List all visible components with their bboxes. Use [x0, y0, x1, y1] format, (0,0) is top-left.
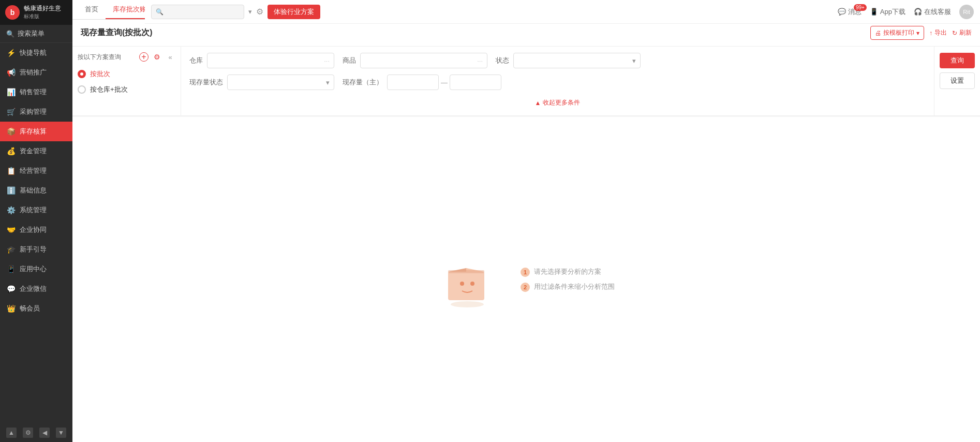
inventory-status-select[interactable]: ▾	[227, 75, 334, 90]
filter-warehouse: 仓库 ···	[189, 53, 334, 68]
scheme-item-label: 按批次	[90, 69, 110, 79]
sidebar-item-enterprise-wechat[interactable]: 💬 企业微信	[0, 279, 72, 299]
app-download-btn[interactable]: 📱 App下载	[870, 7, 905, 17]
top-bar: 🔍 ▾ ⚙ 体验行业方案 💬 消息 99+ 📱 App下载 🎧 在线客服	[145, 0, 980, 24]
inventory-icon: 📦	[6, 127, 16, 136]
sidebar-scroll-down[interactable]: ▼	[56, 428, 66, 438]
top-search-box[interactable]: 🔍	[151, 5, 244, 19]
filter-inventory-quantity: 现存量（主） —	[343, 75, 501, 90]
scheme-sidebar: 按以下方案查询 + ⚙ « 按批次 按仓库+批次	[72, 47, 181, 115]
inventory-status-dropdown-icon: ▾	[326, 79, 330, 86]
tab-home-label: 首页	[85, 5, 98, 14]
filter-status: 状态 ▾	[496, 53, 641, 68]
page-header-actions: 🖨 按模板打印 ▾ ↑ 导出 ↻ 刷新	[870, 26, 972, 40]
inventory-quantity-range: —	[387, 75, 501, 90]
scheme-add-btn[interactable]: +	[139, 52, 149, 62]
sidebar-item-inventory[interactable]: 📦 库存核算	[0, 122, 72, 141]
print-dropdown-icon: ▾	[916, 30, 919, 37]
sidebar-item-member[interactable]: 👑 畅会员	[0, 299, 72, 318]
app-download-label: App下载	[880, 7, 905, 17]
print-btn[interactable]: 🖨 按模板打印 ▾	[870, 26, 924, 40]
avatar: Rit	[959, 5, 974, 19]
sidebar-item-label: 经营管理	[20, 166, 47, 175]
top-bar-right: 💬 消息 99+ 📱 App下载 🎧 在线客服 Rit	[838, 5, 974, 19]
sidebar-scroll-up[interactable]: ▲	[6, 428, 17, 438]
empty-state-svg	[438, 248, 500, 311]
tab-home[interactable]: 首页	[78, 1, 106, 19]
sidebar-item-marketing[interactable]: 📢 营销推广	[0, 63, 72, 82]
sidebar-item-sales[interactable]: 📊 销售管理	[0, 82, 72, 102]
sidebar-item-app-center[interactable]: 📱 应用中心	[0, 259, 72, 279]
scheme-header: 按以下方案查询 + ⚙ «	[72, 52, 181, 66]
export-btn[interactable]: ↑ 导出	[929, 28, 947, 37]
scheme-header-label: 按以下方案查询	[78, 53, 121, 62]
status-select[interactable]: ▾	[513, 53, 641, 68]
sidebar-settings-btn[interactable]: ⚙	[23, 428, 33, 438]
industry-btn[interactable]: 体验行业方案	[268, 5, 320, 19]
sidebar: b 畅康通好生意 标准版 🔍 搜索菜单 ⚡ 快捷导航 📢 营销推广 📊 销售管理…	[0, 0, 72, 442]
scheme-item-by-batch[interactable]: 按批次	[72, 66, 181, 82]
online-service-btn[interactable]: 🎧 在线客服	[914, 7, 951, 17]
app-subtitle: 标准版	[24, 13, 61, 20]
query-btn[interactable]: 查询	[940, 53, 975, 68]
empty-tip-1: 1 请先选择要分析的方案	[521, 267, 615, 277]
sidebar-item-label: 基础信息	[20, 186, 47, 195]
message-btn[interactable]: 💬 消息 99+	[838, 7, 862, 17]
sidebar-item-enterprise[interactable]: 🤝 企业协同	[0, 220, 72, 240]
settings-btn[interactable]: 设置	[940, 72, 975, 89]
svg-point-4	[460, 282, 464, 286]
scheme-settings-btn[interactable]: ⚙	[152, 52, 162, 62]
warehouse-input[interactable]: ···	[207, 53, 334, 68]
sidebar-nav: ⚡ 快捷导航 📢 营销推广 📊 销售管理 🛒 采购管理 📦 库存核算 💰 资金管…	[0, 43, 72, 423]
sidebar-item-label: 销售管理	[20, 87, 47, 97]
sidebar-item-basic-info[interactable]: ℹ️ 基础信息	[0, 181, 72, 200]
search-panel: 按以下方案查询 + ⚙ « 按批次 按仓库+批次	[72, 47, 980, 116]
refresh-btn[interactable]: ↻ 刷新	[952, 28, 972, 37]
enterprise-wechat-icon: 💬	[6, 284, 16, 293]
scheme-dot-active	[78, 70, 86, 78]
quantity-max-input[interactable]	[450, 75, 501, 90]
filter-row-2: 现存量状态 ▾ 现存量（主） —	[189, 75, 926, 90]
scheme-item-by-warehouse-batch[interactable]: 按仓库+批次	[72, 82, 181, 97]
sidebar-item-operations[interactable]: 📋 经营管理	[0, 161, 72, 181]
sidebar-item-finance[interactable]: 💰 资金管理	[0, 141, 72, 161]
page-content: 现存量查询(按批次) 🖨 按模板打印 ▾ ↑ 导出 ↻ 刷新	[72, 20, 980, 442]
operations-icon: 📋	[6, 166, 16, 175]
svg-point-6	[451, 301, 484, 307]
user-avatar-btn[interactable]: Rit	[959, 5, 974, 19]
scheme-collapse-btn[interactable]: «	[165, 52, 175, 62]
empty-tip-2: 2 用过滤条件来缩小分析范围	[521, 282, 615, 292]
filter-inventory-status: 现存量状态 ▾	[189, 75, 334, 90]
avatar-text: Rit	[963, 9, 970, 15]
tip1-text: 请先选择要分析的方案	[534, 267, 601, 276]
tip2-text: 用过滤条件来缩小分析范围	[534, 282, 615, 291]
sidebar-item-new-guide[interactable]: 🎓 新手引导	[0, 240, 72, 259]
sidebar-item-label: 系统管理	[20, 205, 47, 215]
sidebar-item-quick-nav[interactable]: ⚡ 快捷导航	[0, 43, 72, 63]
sidebar-item-label: 营销推广	[20, 68, 47, 77]
sidebar-item-label: 采购管理	[20, 107, 47, 116]
sidebar-header: b 畅康通好生意 标准版	[0, 0, 72, 25]
product-input[interactable]: ···	[360, 53, 487, 68]
search-menu-label: 搜索菜单	[18, 29, 44, 38]
sidebar-item-label: 快捷导航	[20, 48, 47, 57]
search-menu[interactable]: 🔍 搜索菜单	[0, 25, 72, 43]
inventory-quantity-label: 现存量（主）	[343, 78, 383, 87]
collapse-filters-btn[interactable]: ▲ 收起更多条件	[189, 96, 926, 109]
search-input-icon: 🔍	[156, 8, 164, 16]
sidebar-item-purchase[interactable]: 🛒 采购管理	[0, 102, 72, 122]
action-btns: 查询 设置	[934, 47, 980, 115]
status-dropdown-icon: ▾	[632, 57, 636, 65]
enterprise-icon: 🤝	[6, 225, 16, 234]
settings-icon[interactable]: ⚙	[256, 7, 263, 17]
sidebar-item-label: 应用中心	[20, 264, 47, 274]
export-icon: ↑	[929, 30, 932, 37]
sidebar-item-system[interactable]: ⚙️ 系统管理	[0, 200, 72, 220]
online-service-label: 在线客服	[924, 7, 951, 17]
app-logo: b	[5, 5, 20, 20]
svg-rect-3	[448, 270, 484, 273]
quantity-min-input[interactable]	[387, 75, 439, 90]
sidebar-collapse-btn[interactable]: ◀	[39, 428, 50, 438]
dropdown-arrow-icon[interactable]: ▾	[248, 8, 252, 16]
sidebar-item-label: 企业微信	[20, 284, 47, 293]
